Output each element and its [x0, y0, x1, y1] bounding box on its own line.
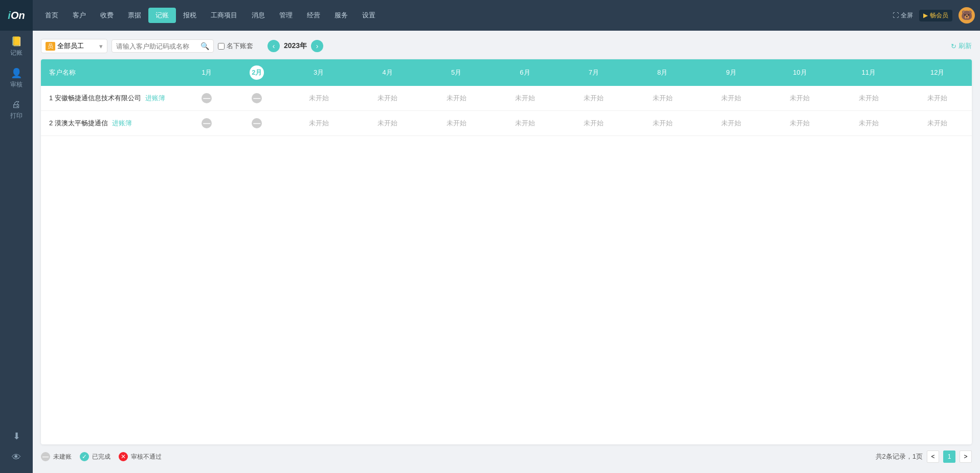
- search-input[interactable]: [116, 42, 198, 50]
- status-not-started: 未开始: [447, 119, 466, 127]
- col-sep: 9月: [697, 59, 765, 86]
- nav-service[interactable]: 服务: [327, 8, 355, 23]
- nav-billing[interactable]: 收费: [93, 8, 121, 23]
- completed-icon: ✓: [80, 452, 89, 461]
- month-cell-9: 未开始: [766, 111, 834, 136]
- legend-not-built: — 未建账: [41, 452, 72, 461]
- audit-icon: 👤: [11, 67, 22, 79]
- legend-completed: ✓ 已完成: [80, 452, 110, 461]
- status-not-started: 未开始: [447, 94, 466, 102]
- month-cell-0: —: [184, 111, 230, 136]
- main-content: 首页 客户 收费 票据 记账 报税 工商项目 消息 管理 经营 服务 设置 ⛶ …: [33, 0, 980, 473]
- total-label: 共2条记录，1页: [876, 452, 923, 461]
- fullscreen-btn[interactable]: ⛶ 全屏: [893, 11, 913, 20]
- print-icon: 🖨: [12, 99, 21, 110]
- month-cell-4: 未开始: [422, 86, 491, 111]
- nav-message[interactable]: 消息: [244, 8, 272, 23]
- search-wrap: 🔍: [112, 39, 214, 53]
- page-prev-btn[interactable]: <: [927, 451, 939, 463]
- sidebar-item-print[interactable]: 🖨 打印: [0, 94, 33, 125]
- status-not-started: 未开始: [653, 119, 673, 127]
- status-not-started: 未开始: [721, 94, 741, 102]
- vip-btn[interactable]: ▶ 畅会员: [919, 10, 952, 21]
- month-cell-6: 未开始: [560, 86, 628, 111]
- employee-filter[interactable]: 员 全部员工 ▾: [41, 39, 107, 53]
- status-not-started: 未开始: [309, 94, 329, 102]
- month-cell-6: 未开始: [560, 111, 628, 136]
- accounting-table: 客户名称 1月 2月 3月 4月 5月 6月 7月 8月 9月 10月 11月: [41, 59, 972, 136]
- refresh-button[interactable]: ↻ 刷新: [951, 41, 972, 51]
- enter-account-link[interactable]: 进账簿: [145, 94, 165, 102]
- month-cell-10: 未开始: [834, 111, 903, 136]
- filter-bar: 员 全部员工 ▾ 🔍 名下账套 ‹ 2023年 › ↻ 刷新: [41, 39, 972, 53]
- nav-tax[interactable]: 报税: [176, 8, 204, 23]
- main-table-wrap: 客户名称 1月 2月 3月 4月 5月 6月 7月 8月 9月 10月 11月: [41, 59, 972, 444]
- sidebar-item-download[interactable]: ⬇: [0, 425, 33, 447]
- month-cell-7: 未开始: [628, 86, 697, 111]
- month-cell-4: 未开始: [422, 111, 491, 136]
- status-dash-icon: —: [252, 93, 262, 103]
- col-jul: 7月: [560, 59, 628, 86]
- month-cell-1: —: [230, 86, 285, 111]
- client-index: 2: [49, 119, 55, 127]
- status-not-started: 未开始: [790, 119, 810, 127]
- page-next-btn[interactable]: >: [960, 451, 972, 463]
- support-icon: 👁: [12, 452, 21, 463]
- col-name: 客户名称: [41, 59, 184, 86]
- year-nav: ‹ 2023年 ›: [268, 40, 323, 52]
- year-next-btn[interactable]: ›: [311, 40, 323, 52]
- sidebar-item-accounting[interactable]: 📒 记账: [0, 31, 33, 62]
- month-cell-9: 未开始: [766, 86, 834, 111]
- col-feb: 2月: [230, 59, 285, 86]
- footer: — 未建账 ✓ 已完成 ✕ 审核不通过 共2条记录，1页 < 1 >: [41, 444, 972, 465]
- status-not-started: 未开始: [927, 119, 947, 127]
- nav-operation[interactable]: 经营: [300, 8, 327, 23]
- nav-accounting[interactable]: 记账: [148, 8, 176, 23]
- status-dash-icon: —: [252, 118, 262, 128]
- status-not-started: 未开始: [721, 119, 741, 127]
- month-cell-2: 未开始: [284, 86, 353, 111]
- not-built-icon: —: [41, 452, 50, 461]
- nav-settings[interactable]: 设置: [355, 8, 383, 23]
- col-jan: 1月: [184, 59, 230, 86]
- active-month-circle: 2月: [250, 65, 264, 80]
- year-prev-btn[interactable]: ‹: [268, 40, 280, 52]
- pagination: 共2条记录，1页 < 1 >: [876, 451, 972, 463]
- refresh-icon: ↻: [951, 42, 956, 50]
- enter-account-link[interactable]: 进账簿: [112, 119, 132, 127]
- nav-invoice[interactable]: 票据: [121, 8, 148, 23]
- col-dec: 12月: [903, 59, 972, 86]
- status-dash-icon: —: [202, 118, 212, 128]
- search-button[interactable]: 🔍: [201, 42, 209, 50]
- topnav: 首页 客户 收费 票据 记账 报税 工商项目 消息 管理 经营 服务 设置 ⛶ …: [33, 0, 980, 31]
- col-mar: 3月: [284, 59, 353, 86]
- sidebar-bottom: ⬇ 👁: [0, 425, 33, 473]
- month-cell-7: 未开始: [628, 111, 697, 136]
- col-apr: 4月: [353, 59, 421, 86]
- year-label: 2023年: [284, 41, 307, 51]
- status-not-started: 未开始: [927, 94, 947, 102]
- sidebar-item-support[interactable]: 👁: [0, 447, 33, 468]
- client-index: 1: [49, 94, 55, 102]
- topnav-right: ⛶ 全屏 ▶ 畅会员 🐻: [893, 7, 975, 24]
- avatar[interactable]: 🐻: [959, 7, 975, 24]
- month-cell-8: 未开始: [697, 86, 765, 111]
- month-cell-0: —: [184, 86, 230, 111]
- nav-manage[interactable]: 管理: [272, 8, 300, 23]
- col-aug: 8月: [628, 59, 697, 86]
- col-jun: 6月: [491, 59, 559, 86]
- client-name-cell: 2 漠澳太平畅捷通信进账簿: [41, 111, 184, 136]
- page-current-btn[interactable]: 1: [943, 451, 955, 463]
- month-cell-10: 未开始: [834, 86, 903, 111]
- table-row: 2 漠澳太平畅捷通信进账簿——未开始未开始未开始未开始未开始未开始未开始未开始未…: [41, 111, 972, 136]
- month-cell-8: 未开始: [697, 111, 765, 136]
- account-checkbox-wrap[interactable]: 名下账套: [218, 41, 253, 51]
- nav-business[interactable]: 工商项目: [204, 8, 244, 23]
- nav-client[interactable]: 客户: [65, 8, 93, 23]
- client-name-text: 漠澳太平畅捷通信: [55, 119, 108, 127]
- nav-home[interactable]: 首页: [38, 8, 65, 23]
- month-cell-2: 未开始: [284, 111, 353, 136]
- sidebar-item-audit[interactable]: 👤 审核: [0, 62, 33, 94]
- account-checkbox[interactable]: [218, 43, 225, 50]
- month-cell-11: 未开始: [903, 86, 972, 111]
